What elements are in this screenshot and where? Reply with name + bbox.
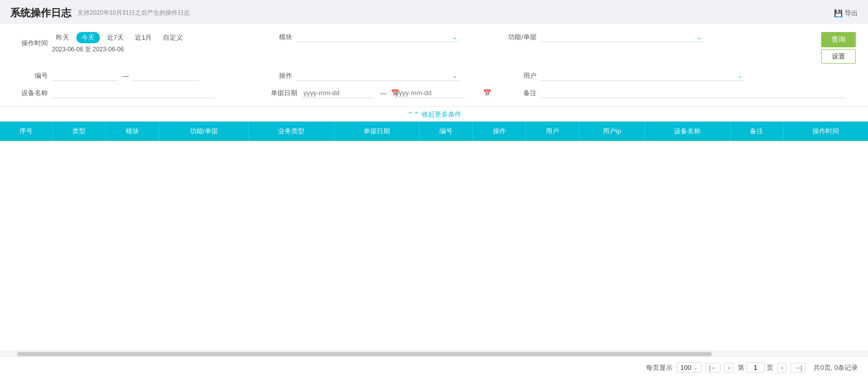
remark-label: 备注: [501, 89, 537, 98]
col-seq: 序号: [0, 122, 52, 141]
remark-input-wrap: [541, 88, 846, 98]
operation-chevron-icon: ⌄: [452, 72, 457, 79]
col-num: 编号: [419, 122, 472, 141]
collapse-label: 收起更多条件: [422, 110, 461, 119]
first-page-button[interactable]: |←: [706, 363, 720, 373]
date-label: 单据日期: [257, 89, 297, 98]
num-label: 编号: [12, 71, 48, 80]
table-container: 序号 类型 模块 功能/单据 业务类型 单据日期 编号 操作 用户 用户ip 设…: [0, 122, 868, 351]
num-input-pair: —: [52, 71, 199, 81]
remark-input[interactable]: [541, 88, 846, 98]
col-operation: 操作: [472, 122, 525, 141]
module-input[interactable]: [298, 33, 450, 41]
col-biz-type: 业务类型: [249, 122, 334, 141]
time-btn-custom[interactable]: 自定义: [159, 32, 187, 43]
export-icon: 💾: [834, 9, 843, 17]
collapse-row: ⌃⌃ 收起更多条件: [0, 107, 868, 122]
user-chevron-icon: ⌄: [737, 72, 742, 79]
action-buttons: 查询 设置: [821, 32, 856, 64]
time-btn-today[interactable]: 今天: [76, 32, 100, 43]
time-btn-yesterday[interactable]: 昨天: [52, 32, 73, 43]
func-label: 功能/单据: [501, 33, 537, 42]
date-to-input[interactable]: [394, 88, 483, 98]
user-input[interactable]: [543, 72, 735, 79]
date-from-input[interactable]: [301, 88, 391, 98]
horizontal-scrollbar[interactable]: [0, 351, 868, 357]
query-button[interactable]: 查询: [821, 32, 856, 47]
num-dash: —: [122, 72, 129, 80]
col-op-time: 操作时间: [783, 122, 868, 141]
table-header-row: 序号 类型 模块 功能/单据 业务类型 单据日期 编号 操作 用户 用户ip 设…: [0, 122, 868, 141]
func-filter-col: 功能/单据 ⌄: [501, 32, 821, 42]
date-from-wrap: 📅: [301, 88, 373, 98]
date-dash: —: [380, 90, 386, 97]
module-filter-col: 模块 ⌄: [257, 32, 501, 42]
collapse-button[interactable]: ⌃⌃ 收起更多条件: [407, 110, 461, 119]
func-select[interactable]: ⌄: [541, 32, 704, 42]
total-info: 共0页, 0条记录: [814, 363, 858, 372]
operation-filter-col: 操作 ⌄: [257, 71, 501, 81]
device-input[interactable]: [52, 88, 215, 98]
page-number-input[interactable]: [746, 362, 765, 373]
calendar-to-icon[interactable]: 📅: [483, 89, 491, 97]
time-range: 2023-06-06 至 2023-06-06: [52, 45, 187, 54]
page-size-value: 100: [680, 364, 691, 371]
col-date: 单据日期: [334, 122, 419, 141]
data-table: 序号 类型 模块 功能/单据 业务类型 单据日期 编号 操作 用户 用户ip 设…: [0, 122, 868, 141]
func-input[interactable]: [543, 33, 694, 41]
settings-button[interactable]: 设置: [821, 49, 856, 64]
device-input-wrap: [52, 88, 215, 98]
page-title: 系统操作日志: [10, 6, 71, 20]
time-filter-col: 操作时间 昨天 今天 近7天 近1月 自定义 2023-06-06 至 2023…: [12, 32, 257, 54]
module-select[interactable]: ⌄: [296, 32, 459, 42]
num-to-wrap: [133, 71, 199, 81]
num-from-wrap: [52, 71, 118, 81]
next-page-button[interactable]: ›: [777, 363, 787, 373]
time-btn-7days[interactable]: 近7天: [103, 32, 128, 43]
filter-panel: 操作时间 昨天 今天 近7天 近1月 自定义 2023-06-06 至 2023…: [0, 24, 868, 107]
page-header: 系统操作日志 支持2020年10月31日之后产生的操作日志 💾 导出: [0, 0, 868, 24]
time-label: 操作时间: [12, 39, 48, 48]
device-label: 设备名称: [12, 89, 48, 98]
num-from-input[interactable]: [52, 71, 118, 80]
col-user: 用户: [526, 122, 579, 141]
time-btn-1month[interactable]: 近1月: [131, 32, 156, 43]
user-label: 用户: [501, 71, 537, 80]
remark-filter-col: 备注: [501, 88, 856, 98]
pagination: 每页显示 100 ⌄ |← ‹ 第 页 › →| 共0页, 0条记录: [0, 357, 868, 378]
device-filter-col: 设备名称: [12, 88, 257, 98]
user-select[interactable]: ⌄: [541, 71, 744, 81]
page-size-label: 每页显示: [646, 363, 673, 372]
col-device: 设备名称: [645, 122, 730, 141]
operation-input[interactable]: [298, 72, 450, 79]
col-user-ip: 用户ip: [579, 122, 645, 141]
export-label: 导出: [845, 9, 858, 18]
num-filter-col: 编号 —: [12, 71, 257, 81]
operation-select[interactable]: ⌄: [296, 71, 459, 81]
date-to-wrap: 📅: [394, 88, 465, 98]
collapse-chevron-icon: ⌃⌃: [407, 110, 419, 119]
scroll-thumb[interactable]: [17, 352, 712, 356]
page-subtitle: 支持2020年10月31日之后产生的操作日志: [77, 9, 190, 17]
module-label: 模块: [257, 33, 292, 42]
func-chevron-icon: ⌄: [696, 34, 702, 41]
page-size-chevron-icon: ⌄: [693, 364, 698, 371]
num-to-input[interactable]: [133, 71, 199, 80]
page-end-label: 页: [767, 363, 773, 372]
module-chevron-icon: ⌄: [452, 34, 457, 41]
operation-label: 操作: [257, 71, 292, 80]
last-page-button[interactable]: →|: [791, 363, 805, 373]
export-button[interactable]: 💾 导出: [834, 9, 858, 18]
prev-page-button[interactable]: ‹: [724, 363, 734, 373]
date-range-wrap: 📅 — 📅: [301, 88, 465, 98]
col-remark: 备注: [730, 122, 783, 141]
page-label: 第: [738, 363, 744, 372]
date-filter-col: 单据日期 📅 — 📅: [257, 88, 501, 98]
page-size-select[interactable]: 100 ⌄: [677, 362, 702, 373]
col-module: 模块: [106, 122, 159, 141]
col-func: 功能/单据: [159, 122, 248, 141]
page-info: 第 页: [738, 362, 773, 373]
col-type: 类型: [52, 122, 105, 141]
time-filter-group: 昨天 今天 近7天 近1月 自定义 2023-06-06 至 2023-06-0…: [52, 32, 187, 54]
user-filter-col: 用户 ⌄: [501, 71, 856, 81]
